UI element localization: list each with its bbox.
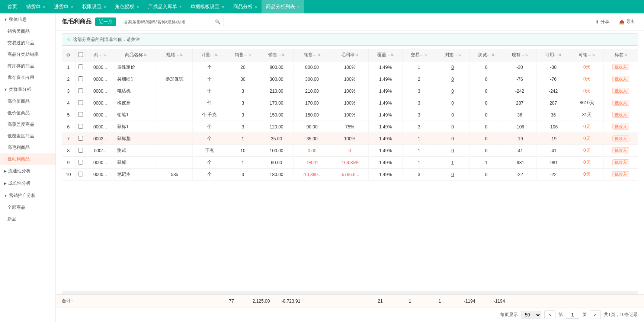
per-page-select[interactable]: 50 100 200 xyxy=(521,311,541,319)
cell-checkbox[interactable] xyxy=(75,145,86,157)
cell-gross-margin: 75% xyxy=(331,121,369,133)
cell-view1[interactable]: 0 xyxy=(436,73,469,85)
sidebar-section-cluster[interactable]: ▼ 类群量分析 xyxy=(0,83,55,96)
sidebar-item-low-value[interactable]: 低价值商品 xyxy=(0,107,55,119)
sidebar-section-marketing[interactable]: ▼ 营销推广分析 xyxy=(0,189,55,202)
nav-goods-analysis-list[interactable]: 商品分析列表 × xyxy=(262,0,304,13)
nav-purchase-order[interactable]: 进货单 × xyxy=(49,0,77,13)
cell-coverage: 1.49% xyxy=(369,109,402,121)
cell-view1[interactable]: 0 xyxy=(436,85,469,97)
cell-checkbox[interactable] xyxy=(75,109,86,121)
table-row: 1 0000... 属性定价 个 20 800.00 800.00 100% 1… xyxy=(62,61,638,73)
cell-view1[interactable]: 0 xyxy=(436,61,469,73)
nav-sales-order[interactable]: 销货单 × xyxy=(22,0,49,13)
cell-trade: 3 xyxy=(402,121,436,133)
cell-available: -41 xyxy=(536,145,570,157)
sidebar-section-overall[interactable]: ▼ 整体信息 xyxy=(0,13,55,26)
col-current-header: 现有...⇅ xyxy=(503,49,536,61)
sidebar-item-low-margin[interactable]: 低毛利商品 xyxy=(0,153,55,165)
nav-goods-analysis[interactable]: 商品分析 × xyxy=(229,0,262,13)
cell-spec xyxy=(157,133,193,145)
cell-spec xyxy=(157,145,193,157)
cell-name: 鼠标垫 xyxy=(115,133,157,145)
cell-unit: 个 xyxy=(193,85,226,97)
cell-view1[interactable]: 0 xyxy=(436,97,469,109)
cell-sale-profit: 0.00 xyxy=(293,145,331,157)
sidebar-section-liquidity[interactable]: ▶ 流通性分析 xyxy=(0,165,55,177)
cell-view2: 0 xyxy=(470,133,503,145)
close-icon[interactable]: × xyxy=(255,4,257,9)
share-button[interactable]: ⬆ 分享 xyxy=(592,17,612,26)
cell-checkbox[interactable] xyxy=(75,61,86,73)
sidebar-section-growth[interactable]: ▶ 成长性分析 xyxy=(0,177,55,189)
cell-saleable: 0天 xyxy=(570,85,603,97)
close-icon[interactable]: × xyxy=(43,4,45,9)
cell-checkbox[interactable] xyxy=(75,97,86,109)
sidebar-item-low-coverage[interactable]: 低覆盖度商品 xyxy=(0,130,55,142)
search-input[interactable] xyxy=(123,19,214,25)
cell-gross-margin: 100% xyxy=(331,73,369,85)
select-all-checkbox[interactable] xyxy=(78,52,83,57)
table-area: ⚙ 商...⇅ 商品名称⇅ 规格...⇅ 计量...⇅ 销售...⇅ 销售...… xyxy=(56,49,644,291)
close-icon[interactable]: × xyxy=(297,4,299,9)
sidebar-item-high-value[interactable]: 高价值商品 xyxy=(0,96,55,107)
cell-spec xyxy=(157,121,193,133)
sidebar-item-inventory-funds[interactable]: 库存资金占用 xyxy=(0,72,55,83)
close-icon[interactable]: × xyxy=(179,4,182,9)
next-page-btn[interactable]: ＞ xyxy=(590,310,601,319)
cell-num: 5 xyxy=(62,109,75,121)
nav-home[interactable]: 首页 xyxy=(3,0,22,13)
close-icon[interactable]: × xyxy=(71,4,73,9)
prev-page-btn[interactable]: ＜ xyxy=(544,310,555,319)
cell-view1[interactable]: 0 xyxy=(436,145,469,157)
sidebar-item-traded-goods[interactable]: 交易过的商品 xyxy=(0,37,55,49)
cell-view1[interactable]: 0 xyxy=(436,109,469,121)
cell-view1[interactable]: 1 xyxy=(436,157,469,169)
total-label: 合计： xyxy=(62,298,75,304)
sidebar-item-high-coverage[interactable]: 高覆盖度商品 xyxy=(0,119,55,130)
nav-template-settings[interactable]: 单据模板设置 × xyxy=(186,0,228,13)
cell-available: -22 xyxy=(536,169,570,181)
table-header-row: ⚙ 商...⇅ 商品名称⇅ 规格...⇅ 计量...⇅ 销售...⇅ 销售...… xyxy=(62,49,638,61)
sidebar-item-high-margin[interactable]: 高毛利商品 xyxy=(0,142,55,153)
cell-sale-amount: 300.00 xyxy=(260,73,293,85)
cell-trade: 3 xyxy=(402,109,436,121)
sidebar-item-new-goods[interactable]: 新品 xyxy=(0,213,55,225)
nav-role-auth[interactable]: 角色授权 × xyxy=(110,0,143,13)
cell-unit: 个 xyxy=(193,73,226,85)
close-icon[interactable]: × xyxy=(222,4,224,9)
col-sale-qty-header: 销售...⇅ xyxy=(226,49,260,61)
cell-sale-profit: 150.00 xyxy=(293,109,331,121)
col-gross-margin-header: 毛利率⇅ xyxy=(331,49,369,61)
cell-checkbox[interactable] xyxy=(75,133,86,145)
cell-sale-amount: 170.00 xyxy=(260,97,293,109)
horizontal-scrollbar[interactable] xyxy=(62,291,638,294)
cell-available: -76 xyxy=(536,73,570,85)
cell-trade: 1 xyxy=(402,133,436,145)
cell-coverage: 1.49% xyxy=(369,97,402,109)
total-sale-amount: 2,125.00 xyxy=(246,299,276,304)
filter-recent-month-btn[interactable]: 近一月 xyxy=(95,17,116,26)
cell-sale-qty: 20 xyxy=(226,61,260,73)
sidebar-item-stocked-goods[interactable]: 有库存的商品 xyxy=(0,60,55,72)
close-icon[interactable]: × xyxy=(137,4,139,9)
page-number-input[interactable] xyxy=(566,311,579,319)
sidebar-item-all-goods[interactable]: 全部商品 xyxy=(0,202,55,213)
cell-checkbox[interactable] xyxy=(75,73,86,85)
cell-view1[interactable]: 0 xyxy=(436,133,469,145)
col-settings[interactable]: ⚙ xyxy=(62,49,75,61)
export-button[interactable]: 📤 导出 xyxy=(616,17,638,26)
cell-view1[interactable]: 0 xyxy=(436,121,469,133)
cell-checkbox[interactable] xyxy=(75,121,86,133)
cell-checkbox[interactable] xyxy=(75,169,86,181)
close-icon[interactable]: × xyxy=(104,4,106,9)
cell-checkbox[interactable] xyxy=(75,85,86,97)
nav-product-inbound[interactable]: 产成品入库单 × xyxy=(144,0,186,13)
cell-spec xyxy=(157,85,193,97)
sidebar-item-category-rate[interactable]: 商品分类助销率 xyxy=(0,49,55,60)
cell-view1[interactable]: 0 xyxy=(436,169,469,181)
sidebar-item-sales-goods[interactable]: 销售类商品 xyxy=(0,26,55,37)
nav-permission[interactable]: 权限设置 × xyxy=(78,0,110,13)
cell-checkbox[interactable] xyxy=(75,157,86,169)
cell-current: -106 xyxy=(503,121,536,133)
